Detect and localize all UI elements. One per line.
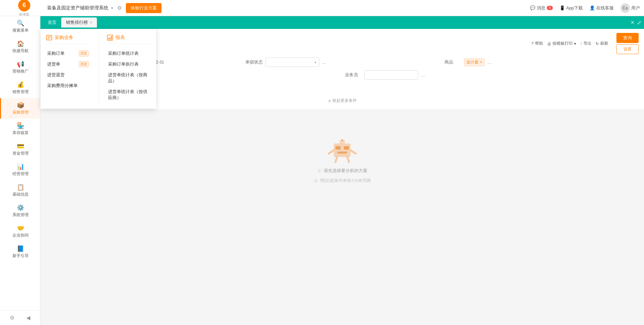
tab-sales-rank-label: 销售排行榜 bbox=[66, 19, 88, 26]
app-download-item[interactable]: 📱 App下载 bbox=[560, 5, 583, 11]
sidebar-item-purchase[interactable]: 📦 采购管理 bbox=[0, 98, 40, 119]
tab-home[interactable]: 首页 bbox=[43, 17, 61, 28]
print-button[interactable]: 🖨 按模板打印 ▾ bbox=[547, 41, 576, 46]
help-icon: ? bbox=[531, 41, 534, 46]
dropdown-item-purchase-order[interactable]: 采购订单 历史 bbox=[46, 48, 90, 59]
logo-subtitle: 标准版 bbox=[19, 12, 29, 17]
order-exec-label: 采购订单执行表 bbox=[108, 61, 139, 67]
sidebar-item-enterprise[interactable]: 🤝 企业协同 bbox=[0, 221, 40, 242]
dropdown-item-receipt-stats-goods[interactable]: 进货单统计表（按商品） bbox=[107, 70, 151, 86]
tab-fullscreen-icon[interactable]: ⤢ bbox=[637, 19, 641, 26]
salesperson-label: 业务员 bbox=[345, 72, 362, 78]
settings-icon[interactable]: ⚙ bbox=[117, 5, 122, 11]
sidebar-item-operation[interactable]: 📊 经营管理 bbox=[0, 160, 40, 180]
sidebar-label-purchase: 采购管理 bbox=[12, 110, 29, 115]
system-icon: ⚙️ bbox=[17, 205, 24, 211]
svg-rect-6 bbox=[110, 37, 110, 40]
sidebar-item-search[interactable]: 🔍 搜索菜单 bbox=[0, 16, 40, 37]
goods-ellipsis[interactable]: ... bbox=[487, 59, 491, 65]
tab-close-icon[interactable]: × bbox=[90, 21, 92, 25]
title-dropdown-arrow[interactable]: ▾ bbox=[111, 6, 113, 10]
empty-hint-1: ① 请先选择要分析的方案 bbox=[317, 168, 367, 174]
purchase-col: 采购业务 采购订单 历史 进货单 历史 进货退货 采购费用分摊单 bbox=[46, 34, 90, 103]
sidebar-item-basic-info[interactable]: 📋 基础信息 bbox=[0, 180, 40, 201]
sidebar-label-enterprise: 企业协同 bbox=[12, 233, 29, 238]
message-badge: 9 bbox=[547, 6, 553, 10]
service-icon: 👤 bbox=[589, 5, 595, 10]
sidebar-item-quick-nav[interactable]: 🏠 快捷导航 bbox=[0, 37, 40, 57]
sidebar-item-new-guide[interactable]: 📘 新手引导 bbox=[0, 242, 40, 262]
logo-icon: 6 bbox=[18, 0, 30, 11]
basic-info-icon: 📋 bbox=[17, 184, 24, 190]
dropdown-item-order-exec[interactable]: 采购订单执行表 bbox=[107, 59, 151, 70]
tab-sales-rank[interactable]: 销售排行榜 × bbox=[61, 17, 97, 28]
top-header: 6 标准版 装备及固定资产辅助管理系统 ▾ ⚙ 体验行业方案 💬 消息 9 📱 … bbox=[0, 0, 644, 16]
export-button[interactable]: ↑ 导出 bbox=[580, 41, 592, 46]
sidebar-label-search: 搜索菜单 bbox=[12, 28, 29, 33]
dropdown-divider bbox=[98, 34, 99, 103]
goods-tag-close[interactable]: × bbox=[480, 60, 482, 65]
purchase-expense-label: 采购费用分摊单 bbox=[47, 83, 78, 89]
order-stats-label: 采购订单统计表 bbox=[108, 50, 139, 56]
message-item[interactable]: 💬 消息 9 bbox=[530, 5, 553, 11]
marketing-icon: 📢 bbox=[17, 61, 24, 67]
goods-tag-text: 设计素 bbox=[466, 59, 478, 65]
purchase-order-history[interactable]: 历史 bbox=[79, 50, 89, 56]
svg-rect-8 bbox=[334, 144, 351, 157]
sales-icon: 💰 bbox=[17, 82, 24, 88]
settings-bottom-icon[interactable]: ⚙ bbox=[10, 315, 14, 321]
empty-hint1-text: 请先选择要分析的方案 bbox=[324, 168, 367, 174]
sidebar-item-sales[interactable]: 💰 销售管理 bbox=[0, 78, 40, 98]
main-layout: 🔍 搜索菜单 🏠 快捷导航 📢 营销推广 💰 销售管理 📦 采购管理 🏪 库存核… bbox=[0, 16, 644, 325]
collapse-up-icon: ∧ bbox=[328, 98, 331, 103]
salesperson-ellipsis[interactable]: ... bbox=[421, 72, 425, 78]
collapse-label: 收起更多条件 bbox=[332, 98, 357, 104]
dropdown-item-receipt-stats-supplier[interactable]: 进货单统计表（按供应商） bbox=[107, 86, 151, 103]
sidebar-bottom: ⚙ ◀ bbox=[0, 310, 40, 325]
dropdown-item-purchase-expense[interactable]: 采购费用分摊单 bbox=[46, 80, 90, 91]
hint1-bullet: ① bbox=[317, 168, 322, 173]
empty-hint2-text: 用[过滤]条件来缩小分析范围 bbox=[320, 178, 371, 184]
svg-line-14 bbox=[335, 157, 337, 162]
finance-icon: 💳 bbox=[17, 143, 24, 149]
message-icon: 💬 bbox=[530, 5, 535, 10]
refresh-label: 刷新 bbox=[600, 41, 608, 46]
tab-close-all-icon[interactable]: × bbox=[631, 19, 634, 26]
industry-button[interactable]: 体验行业方案 bbox=[126, 3, 162, 13]
sidebar-item-finance[interactable]: 💳 资金管理 bbox=[0, 139, 40, 160]
tab-bar-actions: × ⤢ bbox=[631, 19, 641, 26]
user-item[interactable]: Ea 用户 bbox=[620, 3, 640, 13]
settings-button[interactable]: 设置 bbox=[616, 44, 639, 54]
sidebar-label-marketing: 营销推广 bbox=[12, 69, 29, 74]
doc-status-ellipsis[interactable]: ... bbox=[322, 59, 326, 65]
goods-receipt-history[interactable]: 历史 bbox=[79, 61, 89, 67]
operation-icon: 📊 bbox=[17, 164, 24, 170]
sidebar-label-sales: 销售管理 bbox=[12, 89, 29, 95]
query-button[interactable]: 查询 bbox=[616, 33, 639, 43]
sidebar-label-quick-nav: 快捷导航 bbox=[12, 48, 29, 54]
sidebar: 🔍 搜索菜单 🏠 快捷导航 📢 营销推广 💰 销售管理 📦 采购管理 🏪 库存核… bbox=[0, 16, 40, 325]
doc-status-filter-group: 单据状态 ▾ ... bbox=[245, 57, 439, 67]
app-download-label: App下载 bbox=[566, 5, 583, 11]
sidebar-item-inventory[interactable]: 🏪 库存核算 bbox=[0, 119, 40, 139]
purchase-order-label: 采购订单 bbox=[47, 50, 65, 56]
report-col-icon bbox=[107, 34, 113, 41]
tab-home-label: 首页 bbox=[48, 19, 57, 26]
dropdown-item-goods-receipt[interactable]: 进货单 历史 bbox=[46, 59, 90, 70]
dropdown-item-goods-return[interactable]: 进货退货 bbox=[46, 70, 90, 80]
sidebar-item-marketing[interactable]: 📢 营销推广 bbox=[0, 57, 40, 78]
header-right: 💬 消息 9 📱 App下载 👤 在线客服 Ea 用户 bbox=[530, 3, 640, 13]
enterprise-icon: 🤝 bbox=[17, 225, 24, 231]
empty-illustration bbox=[325, 137, 359, 164]
collapse-sidebar-icon[interactable]: ◀ bbox=[26, 315, 30, 321]
doc-status-arrow: ▾ bbox=[315, 60, 316, 64]
online-service-item[interactable]: 👤 在线客服 bbox=[589, 5, 614, 11]
sidebar-item-system[interactable]: ⚙️ 系统管理 bbox=[0, 201, 40, 221]
help-button[interactable]: ? 帮助 bbox=[531, 41, 543, 46]
salesperson-select[interactable] bbox=[364, 70, 418, 80]
svg-line-15 bbox=[347, 157, 349, 162]
doc-status-select[interactable]: ▾ bbox=[265, 57, 319, 67]
dropdown-item-order-stats[interactable]: 采购订单统计表 bbox=[107, 48, 151, 59]
purchase-col-icon bbox=[46, 34, 52, 41]
refresh-button[interactable]: ↻ 刷新 bbox=[596, 41, 608, 46]
